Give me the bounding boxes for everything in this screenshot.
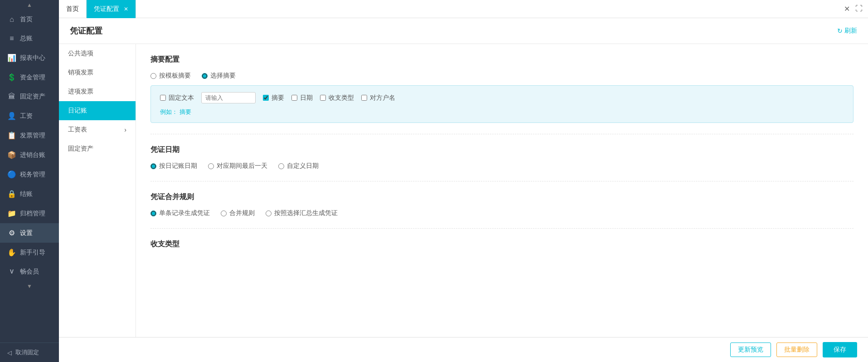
- save-button[interactable]: 保存: [823, 342, 857, 357]
- arrow-right-icon: ›: [124, 126, 126, 133]
- abstract-checkbox-label[interactable]: 摘要: [263, 94, 284, 102]
- summary-template-radio[interactable]: [150, 73, 156, 79]
- sidebar-item-home[interactable]: ⌂ 首页: [0, 10, 59, 29]
- merge-rule-radio[interactable]: [221, 210, 227, 216]
- sidebar-item-settings[interactable]: ⚙ 设置: [0, 223, 59, 243]
- payroll-icon: 👤: [7, 112, 16, 120]
- summary-config-row: 固定文本 摘要 日期: [160, 92, 844, 103]
- fixed-text-checkbox-label[interactable]: 固定文本: [160, 94, 194, 102]
- bottom-action-bar: 更新预览 批量删除 保存: [59, 337, 868, 362]
- settings-icon: ⚙: [7, 229, 16, 237]
- left-nav-fixed-assets[interactable]: 固定资产: [59, 139, 136, 158]
- sidebar-item-tax[interactable]: 🔵 税务管理: [0, 165, 59, 184]
- sidebar-item-inventory[interactable]: 📦 进销台账: [0, 145, 59, 165]
- period-last-option[interactable]: 对应期间最后一天: [208, 162, 267, 170]
- body-layout: 公共选项 销项发票 进项发票 日记账 工资表 › 固定资产: [59, 44, 868, 337]
- summary-section: 摘要配置 按模板摘要 选择摘要: [150, 55, 853, 134]
- merge-rule-option[interactable]: 合并规则: [221, 209, 255, 217]
- invoices-icon: 📋: [7, 131, 16, 140]
- income-type-section: 收支类型: [150, 240, 853, 267]
- sidebar: ▲ ⌂ 首页 ≡ 总账 📊 报表中心 💲 资金管理 🏛 固定资产 👤 工资 📋 …: [0, 0, 59, 362]
- guide-icon: ✋: [7, 248, 16, 257]
- by-selection-radio[interactable]: [266, 210, 272, 216]
- sidebar-item-member[interactable]: V 畅会员: [0, 262, 59, 281]
- voucher-date-title: 凭证日期: [150, 145, 853, 155]
- left-nav-purchase-invoice[interactable]: 进项发票: [59, 82, 136, 101]
- date-checkbox-label[interactable]: 日期: [291, 94, 313, 102]
- summary-config-box: 固定文本 摘要 日期: [150, 85, 853, 123]
- tab-home[interactable]: 首页: [59, 0, 87, 18]
- closing-icon: 🔒: [7, 190, 16, 198]
- custom-date-radio[interactable]: [278, 163, 284, 169]
- date-checkbox[interactable]: [291, 95, 297, 101]
- by-selection-option[interactable]: 按照选择汇总生成凭证: [266, 209, 338, 217]
- fixed-text-input[interactable]: [201, 92, 256, 103]
- voucher-date-section: 凭证日期 按日记账日期 对应期间最后一天 自定义日期: [150, 145, 853, 181]
- counterpart-checkbox[interactable]: [361, 95, 367, 101]
- single-record-radio[interactable]: [150, 210, 156, 216]
- close-window-icon[interactable]: ✕: [844, 5, 850, 13]
- sidebar-item-reports[interactable]: 📊 报表中心: [0, 48, 59, 68]
- right-content: 摘要配置 按模板摘要 选择摘要: [136, 44, 868, 337]
- income-type-title: 收支类型: [150, 240, 853, 249]
- merge-rules-options-row: 单条记录生成凭证 合并规则 按照选择汇总生成凭证: [150, 209, 853, 217]
- member-icon: V: [7, 269, 16, 275]
- abstract-checkbox[interactable]: [263, 95, 269, 101]
- left-nav-payroll-table[interactable]: 工资表 ›: [59, 120, 136, 139]
- custom-date-option[interactable]: 自定义日期: [278, 162, 319, 170]
- sidebar-item-invoices[interactable]: 📋 发票管理: [0, 126, 59, 145]
- sidebar-item-archive[interactable]: 📁 归档管理: [0, 204, 59, 223]
- sidebar-item-closing[interactable]: 🔒 结账: [0, 184, 59, 204]
- sidebar-scroll-down[interactable]: ▼: [0, 281, 59, 291]
- sidebar-unpin-button[interactable]: ◁ 取消固定: [0, 342, 59, 362]
- archive-icon: 📁: [7, 209, 16, 218]
- summary-options-row: 按模板摘要 选择摘要: [150, 72, 853, 80]
- refresh-button[interactable]: ↻ 刷新: [837, 27, 857, 35]
- income-type-checkbox-label[interactable]: 收支类型: [320, 94, 354, 102]
- funds-icon: 💲: [7, 73, 16, 82]
- tax-icon: 🔵: [7, 170, 16, 179]
- left-nav-journal[interactable]: 日记账: [59, 101, 136, 120]
- sidebar-item-payroll[interactable]: 👤 工资: [0, 106, 59, 126]
- merge-rules-title: 凭证合并规则: [150, 192, 853, 202]
- page-content: 凭证配置 ↻ 刷新 公共选项 销项发票 进项发票 日记账: [59, 18, 868, 362]
- pin-icon: ◁: [7, 349, 12, 356]
- voucher-date-options-row: 按日记账日期 对应期间最后一天 自定义日期: [150, 162, 853, 170]
- tab-controls: ✕ ⛶: [844, 5, 868, 13]
- ledger-icon: ≡: [7, 34, 16, 43]
- period-last-radio[interactable]: [208, 163, 214, 169]
- sidebar-item-guide[interactable]: ✋ 新手引导: [0, 243, 59, 262]
- expand-window-icon[interactable]: ⛶: [855, 5, 863, 13]
- refresh-icon: ↻: [837, 27, 843, 34]
- summary-template-option[interactable]: 按模板摘要: [150, 72, 191, 80]
- sidebar-item-ledger[interactable]: ≡ 总账: [0, 29, 59, 48]
- tab-bar: 首页 凭证配置 ✕ ✕ ⛶: [59, 0, 868, 18]
- page-header: 凭证配置 ↻ 刷新: [59, 18, 868, 44]
- reports-icon: 📊: [7, 54, 16, 62]
- inventory-icon: 📦: [7, 151, 16, 159]
- assets-icon: 🏛: [7, 93, 16, 101]
- single-record-option[interactable]: 单条记录生成凭证: [150, 209, 210, 217]
- summary-title: 摘要配置: [150, 55, 853, 64]
- sidebar-item-assets[interactable]: 🏛 固定资产: [0, 87, 59, 106]
- merge-rules-section: 凭证合并规则 单条记录生成凭证 合并规则 按照选择汇总生成凭证: [150, 192, 853, 229]
- batch-delete-button[interactable]: 批量删除: [776, 342, 817, 357]
- journal-date-option[interactable]: 按日记账日期: [150, 162, 197, 170]
- tab-close-icon[interactable]: ✕: [124, 6, 128, 12]
- tab-voucher-config[interactable]: 凭证配置 ✕: [87, 0, 136, 18]
- journal-date-radio[interactable]: [150, 163, 156, 169]
- sidebar-scroll-up[interactable]: ▲: [0, 0, 59, 10]
- counterpart-checkbox-label[interactable]: 对方户名: [361, 94, 395, 102]
- fixed-text-checkbox[interactable]: [160, 95, 166, 101]
- left-nav-sales-invoice[interactable]: 销项发票: [59, 63, 136, 82]
- summary-select-radio[interactable]: [202, 73, 208, 79]
- summary-select-option[interactable]: 选择摘要: [202, 72, 236, 80]
- left-nav-public[interactable]: 公共选项: [59, 44, 136, 63]
- page-title: 凭证配置: [70, 25, 102, 36]
- sidebar-item-funds[interactable]: 💲 资金管理: [0, 68, 59, 87]
- update-preview-button[interactable]: 更新预览: [730, 342, 771, 357]
- home-icon: ⌂: [7, 15, 16, 24]
- summary-example: 例如： 摘要: [160, 108, 844, 116]
- income-type-checkbox[interactable]: [320, 95, 326, 101]
- left-nav: 公共选项 销项发票 进项发票 日记账 工资表 › 固定资产: [59, 44, 136, 337]
